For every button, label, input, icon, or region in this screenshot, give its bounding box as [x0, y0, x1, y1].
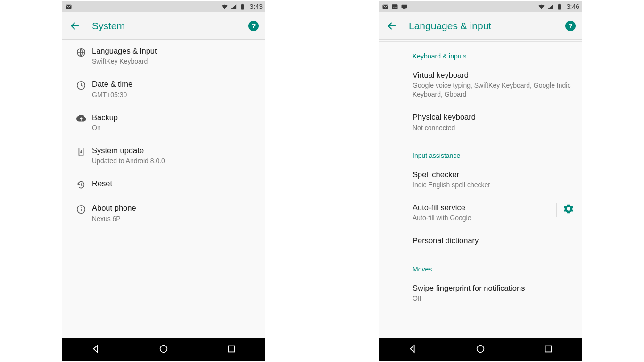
- item-autofill-service[interactable]: Auto-fill service Auto-fill with Google: [379, 196, 582, 229]
- globe-icon: [70, 46, 92, 58]
- item-title: Personal dictionary: [413, 236, 574, 246]
- status-right: 3:46: [538, 3, 579, 10]
- section-keyboard-inputs: Keyboard & inputs: [379, 44, 582, 64]
- svg-rect-15: [558, 4, 561, 9]
- item-sub: On: [92, 123, 257, 132]
- page-title: Languages & input: [409, 20, 491, 32]
- status-left: [65, 3, 72, 10]
- phone-screen-languages-input: 3:46 Languages & input ? Keyboard & inpu…: [379, 1, 582, 361]
- item-sub: Google voice typing, SwiftKey Keyboard, …: [413, 81, 574, 99]
- signal-icon: [547, 3, 554, 10]
- battery-icon: [556, 3, 563, 10]
- item-reset[interactable]: Reset: [62, 172, 265, 197]
- item-languages-input[interactable]: Languages & input SwiftKey Keyboard: [62, 40, 265, 73]
- svg-point-17: [477, 346, 484, 353]
- item-personal-dictionary[interactable]: Personal dictionary: [379, 229, 582, 252]
- restore-icon: [70, 179, 92, 190]
- gear-icon[interactable]: [563, 204, 574, 216]
- divider: [379, 255, 582, 255]
- svg-rect-13: [401, 5, 406, 8]
- nav-recent[interactable]: [543, 344, 553, 356]
- item-system-update[interactable]: System update Updated to Android 8.0.0: [62, 139, 265, 172]
- status-time: 3:46: [567, 3, 579, 10]
- item-title: Backup: [92, 113, 257, 123]
- item-sub: GMT+05:30: [92, 90, 257, 99]
- clock-icon: [70, 79, 92, 90]
- svg-point-7: [81, 207, 81, 208]
- item-title: Swipe fingerprint for notifications: [413, 283, 574, 293]
- info-icon: [70, 203, 92, 214]
- nav-home[interactable]: [475, 344, 486, 356]
- section-moves: Moves: [379, 257, 582, 277]
- status-left: [381, 3, 408, 10]
- item-title: Virtual keyboard: [413, 70, 574, 80]
- gmail-icon: [65, 3, 72, 10]
- item-virtual-keyboard[interactable]: Virtual keyboard Google voice typing, Sw…: [379, 64, 582, 106]
- nav-bar: [62, 338, 265, 361]
- item-sub: Updated to Android 8.0.0: [92, 156, 257, 165]
- svg-rect-1: [241, 4, 244, 9]
- tv-icon: [400, 3, 408, 10]
- status-bar: 3:43: [62, 1, 265, 12]
- item-title: Date & time: [92, 79, 257, 89]
- nav-bar: [379, 338, 582, 361]
- item-title: System update: [92, 146, 257, 156]
- nav-back[interactable]: [407, 344, 418, 356]
- item-sub: Off: [413, 294, 574, 303]
- settings-list[interactable]: Languages & input SwiftKey Keyboard Date…: [62, 40, 265, 338]
- item-sub: Auto-fill with Google: [413, 214, 553, 222]
- item-physical-keyboard[interactable]: Physical keyboard Not connected: [379, 106, 582, 139]
- nav-home[interactable]: [158, 344, 169, 356]
- item-spell-checker[interactable]: Spell checker Indic English spell checke…: [379, 163, 582, 196]
- phone-screen-system: 3:43 System ? Languages & input SwiftKey…: [62, 1, 265, 361]
- section-input-assistance: Input assistance: [379, 143, 582, 163]
- status-right: 3:43: [221, 3, 263, 10]
- divider-vertical: [556, 203, 557, 217]
- page-title: System: [92, 20, 125, 32]
- svg-rect-16: [559, 4, 561, 4]
- item-about-phone[interactable]: About phone Nexus 6P: [62, 197, 265, 230]
- nav-back[interactable]: [91, 344, 101, 356]
- item-title: Auto-fill service: [413, 203, 553, 213]
- item-sub: SwiftKey Keyboard: [92, 57, 257, 66]
- item-title: Physical keyboard: [413, 112, 574, 122]
- svg-rect-14: [403, 8, 405, 9]
- svg-point-8: [160, 346, 167, 353]
- svg-rect-2: [242, 4, 244, 4]
- battery-icon: [239, 3, 247, 10]
- app-bar: System ?: [62, 12, 265, 40]
- item-title: Spell checker: [413, 170, 574, 180]
- svg-point-12: [396, 5, 396, 6]
- autofill-gear-container: [556, 203, 574, 217]
- item-sub: Indic English spell checker: [413, 181, 574, 189]
- item-title: Languages & input: [92, 46, 257, 56]
- svg-rect-11: [392, 4, 397, 9]
- back-button[interactable]: [385, 19, 398, 33]
- item-sub: Nexus 6P: [92, 214, 257, 223]
- svg-rect-9: [229, 346, 235, 352]
- app-bar: Languages & input ?: [379, 12, 582, 40]
- gmail-icon: [381, 3, 389, 10]
- item-date-time[interactable]: Date & time GMT+05:30: [62, 73, 265, 106]
- status-time: 3:43: [250, 3, 263, 10]
- phone-update-icon: [70, 146, 92, 157]
- wifi-icon: [221, 3, 229, 10]
- cloud-upload-icon: [70, 113, 92, 124]
- settings-list[interactable]: Keyboard & inputs Virtual keyboard Googl…: [379, 40, 582, 338]
- help-button[interactable]: ?: [248, 21, 259, 31]
- signal-icon: [230, 3, 238, 10]
- item-sub: Not connected: [413, 123, 574, 132]
- help-button[interactable]: ?: [565, 21, 576, 31]
- item-swipe-fingerprint[interactable]: Swipe fingerprint for notifications Off: [379, 277, 582, 310]
- wifi-icon: [538, 3, 545, 10]
- item-title: About phone: [92, 203, 257, 213]
- status-bar: 3:46: [379, 1, 582, 12]
- item-title: Reset: [92, 179, 257, 189]
- divider: [379, 41, 582, 42]
- item-backup[interactable]: Backup On: [62, 106, 265, 139]
- divider: [379, 141, 582, 141]
- svg-rect-18: [545, 346, 552, 352]
- image-icon: [391, 3, 398, 10]
- back-button[interactable]: [68, 19, 82, 33]
- nav-recent[interactable]: [226, 344, 237, 356]
